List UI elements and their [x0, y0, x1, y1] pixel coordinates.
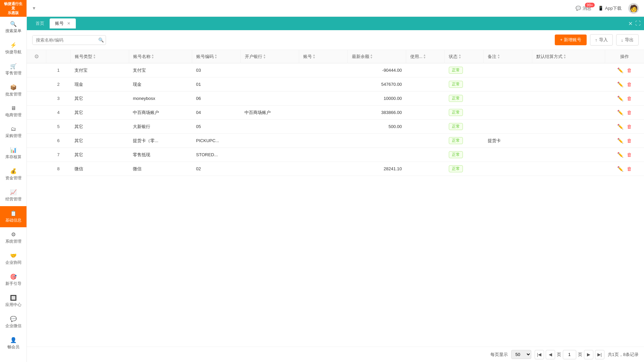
- sidebar: 畅捷通行生意乐惠版 🔍 搜索菜单 ⚡ 快捷导航 🛒 零售管理 📦 批发管理 🖥 …: [0, 0, 27, 362]
- edit-button[interactable]: ✏️: [617, 110, 624, 116]
- delete-button[interactable]: 🗑: [627, 110, 632, 115]
- prev-page-button[interactable]: ◀: [546, 350, 555, 359]
- sidebar-item-member[interactable]: 👤 畅会员: [0, 333, 26, 354]
- delete-button[interactable]: 🗑: [627, 152, 632, 158]
- sidebar-item-ecommerce[interactable]: 🖥 电商管理: [0, 101, 26, 122]
- row-code: PICKUPC...: [192, 134, 241, 148]
- sidebar-item-operations[interactable]: 📈 经营管理: [0, 185, 26, 206]
- sidebar-item-wechat[interactable]: 💬 企业微信: [0, 312, 26, 333]
- row-action: ✏️ 🗑: [605, 162, 644, 176]
- sidebar-item-app-center[interactable]: 🔲 应用中心: [0, 291, 26, 312]
- tab-home[interactable]: 首页: [30, 18, 50, 28]
- tab-account[interactable]: 账号 ✕: [50, 18, 76, 28]
- edit-button[interactable]: ✏️: [617, 81, 624, 87]
- sidebar-item-guide[interactable]: 🎯 新手引导: [0, 269, 26, 291]
- page-input[interactable]: [563, 350, 576, 359]
- accounts-table: ⚙ 账号类型 ▲▼ 账号名称 ▲▼: [27, 50, 644, 176]
- import-button[interactable]: ↑ 导入: [590, 34, 613, 46]
- edit-button[interactable]: ✏️: [617, 96, 624, 102]
- tab-bar: 首页 账号 ✕ ✕ ⛶: [27, 17, 644, 30]
- search-input[interactable]: [33, 36, 96, 45]
- edit-button[interactable]: ✏️: [617, 67, 624, 73]
- first-page-button[interactable]: |◀: [535, 350, 544, 359]
- tab-expand-button[interactable]: ⛶: [635, 20, 641, 26]
- last-page-button[interactable]: ▶|: [595, 350, 604, 359]
- next-page-button[interactable]: ▶: [584, 350, 593, 359]
- sidebar-item-label: 新手引导: [5, 281, 21, 287]
- sidebar-item-inventory[interactable]: 📊 库存核算: [0, 143, 26, 164]
- search-menu-icon: 🔍: [10, 21, 17, 27]
- basic-info-icon: 📋: [10, 210, 17, 217]
- message-button[interactable]: 💬 消息 99+: [576, 5, 591, 11]
- edit-button[interactable]: ✏️: [617, 152, 624, 158]
- sidebar-item-search[interactable]: 🔍 搜索菜单: [0, 17, 26, 38]
- edit-button[interactable]: ✏️: [617, 166, 624, 172]
- row-status: 正常: [445, 63, 484, 77]
- sidebar-item-enterprise[interactable]: 🤝 企业协同: [0, 248, 26, 269]
- pagination: |◀ ◀ 页 页 ▶ ▶|: [535, 350, 604, 359]
- row-no: 8: [46, 162, 70, 176]
- row-bank: 中百商场账户: [240, 106, 299, 120]
- row-code: 05: [192, 120, 241, 134]
- row-name: 零售抵现: [129, 148, 192, 162]
- operations-icon: 📈: [10, 189, 17, 195]
- export-button[interactable]: ↓ 导出: [616, 34, 639, 46]
- search-button[interactable]: 🔍: [96, 36, 106, 45]
- row-type: 支付宝: [70, 63, 129, 77]
- delete-button[interactable]: 🗑: [627, 67, 632, 73]
- search-box: 🔍: [32, 35, 106, 45]
- sidebar-item-finance[interactable]: 💰 资金管理: [0, 164, 26, 185]
- user-avatar[interactable]: 🧑: [628, 3, 639, 14]
- sort-icon-code: ▲▼: [214, 54, 217, 59]
- col-header-remark[interactable]: 备注 ▲▼: [484, 50, 532, 63]
- sort-icon-balance: ▲▼: [370, 54, 373, 59]
- sidebar-item-system[interactable]: ⚙ 系统管理: [0, 227, 26, 248]
- sidebar-item-quick[interactable]: ⚡ 快捷导航: [0, 38, 26, 59]
- col-header-name[interactable]: 账号名称 ▲▼: [129, 50, 192, 63]
- delete-button[interactable]: 🗑: [627, 138, 632, 143]
- sidebar-item-wholesale[interactable]: 📦 批发管理: [0, 80, 26, 101]
- per-page-select[interactable]: 50 100 200: [511, 350, 531, 359]
- row-no: 5: [46, 120, 70, 134]
- delete-button[interactable]: 🗑: [627, 124, 632, 129]
- edit-button[interactable]: ✏️: [617, 124, 624, 130]
- row-type: 其它: [70, 92, 129, 106]
- delete-button[interactable]: 🗑: [627, 81, 632, 87]
- sidebar-item-label: 快捷导航: [5, 49, 21, 55]
- col-header-type[interactable]: 账号类型 ▲▼: [70, 50, 129, 63]
- edit-button[interactable]: ✏️: [617, 138, 624, 144]
- col-header-settings: ⚙: [27, 50, 46, 63]
- sidebar-item-label: 库存核算: [5, 154, 21, 160]
- col-header-default[interactable]: 默认结算方式 ▲▼: [532, 50, 605, 63]
- sidebar-item-retail[interactable]: 🛒 零售管理: [0, 59, 26, 80]
- inventory-icon: 📊: [10, 147, 17, 153]
- sidebar-item-basic[interactable]: 📋 基础信息: [0, 206, 26, 227]
- row-settings: [27, 162, 46, 176]
- delete-button[interactable]: 🗑: [627, 96, 632, 101]
- col-header-code[interactable]: 账号编码 ▲▼: [192, 50, 241, 63]
- col-header-balance[interactable]: 最新余额 ▲▼: [347, 50, 406, 63]
- sort-icon-default: ▲▼: [563, 54, 566, 59]
- finance-icon: 💰: [10, 168, 17, 174]
- column-settings-icon[interactable]: ⚙: [34, 54, 39, 59]
- col-header-bank[interactable]: 开户银行 ▲▼: [240, 50, 299, 63]
- row-type: 其它: [70, 106, 129, 120]
- delete-button[interactable]: 🗑: [627, 166, 632, 172]
- company-dropdown[interactable]: ▼: [32, 6, 36, 11]
- sidebar-item-purchase[interactable]: 🗂 采购管理: [0, 122, 26, 143]
- sort-icon-type: ▲▼: [93, 54, 96, 59]
- tab-account-close[interactable]: ✕: [67, 21, 70, 25]
- col-header-status[interactable]: 状态 ▲▼: [445, 50, 484, 63]
- ecommerce-icon: 🖥: [11, 105, 16, 111]
- col-header-account[interactable]: 账号 ▲▼: [299, 50, 347, 63]
- sort-icon-account: ▲▼: [313, 54, 316, 59]
- row-remark: 提货卡: [484, 134, 532, 148]
- add-account-button[interactable]: + 新增账号: [555, 35, 587, 45]
- toolbar: 🔍 + 新增账号 ↑ 导入 ↓ 导出: [27, 30, 644, 50]
- col-header-use[interactable]: 使用... ▲▼: [406, 50, 445, 63]
- member-icon: 👤: [10, 337, 17, 343]
- table-header: ⚙ 账号类型 ▲▼ 账号名称 ▲▼: [27, 50, 644, 63]
- tab-close-all-button[interactable]: ✕: [628, 20, 633, 27]
- row-status: 正常: [445, 120, 484, 134]
- app-download-button[interactable]: 📱 App下载: [598, 5, 622, 11]
